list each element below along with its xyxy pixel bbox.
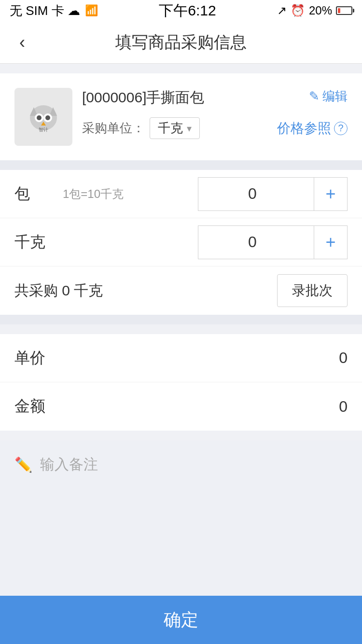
edit-btn[interactable]: ✎ 编辑 <box>309 88 348 105</box>
amount-value: 0 <box>339 398 348 416</box>
kg-number-input[interactable] <box>198 225 314 259</box>
confirm-button[interactable]: 确定 <box>0 596 362 644</box>
unit-dropdown[interactable]: 千克 ▾ <box>150 117 200 139</box>
amount-label: 金额 <box>14 396 45 417</box>
sim-label: 无 SIM 卡 ☁ <box>10 2 80 19</box>
summary-row: 共采购 0 千克 录批次 <box>0 266 362 315</box>
status-bar: 无 SIM 卡 ☁ 📶 下午6:12 ↗ ⏰ 20% <box>0 0 362 21</box>
svg-point-6 <box>45 115 50 120</box>
summary-unit: 千克 <box>74 282 103 298</box>
nav-bar: ‹ 填写商品采购信息 <box>0 21 362 64</box>
battery-percent: 20% <box>309 4 332 17</box>
notes-placeholder-text: 输入备注 <box>40 455 98 475</box>
amount-row: 金额 0 <box>0 382 362 431</box>
status-right: ↗ ⏰ 20% <box>277 4 352 17</box>
unit-value: 千克 <box>158 120 183 137</box>
kg-label: 千克 <box>14 232 53 253</box>
divider-2 <box>0 315 362 324</box>
help-icon[interactable]: ? <box>334 122 348 135</box>
unit-price-value: 0 <box>339 349 348 367</box>
divider-1 <box>0 160 362 170</box>
kg-input-row: 千克 + <box>0 218 362 266</box>
product-name: [0000006]手撕面包 <box>82 88 348 108</box>
summary-amount: 0 <box>62 282 70 298</box>
status-time: 下午6:12 <box>159 1 216 21</box>
price-section: 单价 0 金额 0 <box>0 334 362 431</box>
notes-section[interactable]: ✏️ 输入备注 <box>0 440 362 489</box>
alarm-icon: ⏰ <box>291 4 305 17</box>
bag-plus-button[interactable]: + <box>314 177 348 211</box>
dropdown-arrow-icon: ▾ <box>187 123 192 134</box>
edit-label: 编辑 <box>322 88 348 105</box>
back-button[interactable]: ‹ <box>14 28 30 57</box>
price-ref-btn[interactable]: 价格参照 ? <box>277 119 348 138</box>
summary-text: 共采购 0 千克 <box>14 281 103 301</box>
unit-label-text: 采购单位： <box>82 120 145 137</box>
product-logo: 智计 <box>24 98 63 136</box>
bag-input-wrap: + <box>198 177 348 211</box>
bag-input-row: 包 1包=10千克 + <box>0 170 362 218</box>
unit-selector: 采购单位： 千克 ▾ <box>82 117 200 139</box>
battery-icon <box>336 6 352 15</box>
price-ref-label: 价格参照 <box>277 119 331 138</box>
bag-sublabel: 1包=10千克 <box>63 186 124 202</box>
svg-point-5 <box>37 115 42 120</box>
unit-price-label: 单价 <box>14 348 45 369</box>
page-title: 填写商品采购信息 <box>115 31 247 54</box>
kg-plus-button[interactable]: + <box>314 225 348 259</box>
product-card: 智计 [0000006]手撕面包 采购单位： 千克 ▾ 价格参照 ? ✎ 编辑 <box>0 73 362 160</box>
product-meta: 采购单位： 千克 ▾ 价格参照 ? <box>82 117 348 139</box>
svg-text:智计: 智计 <box>39 127 48 132</box>
owl-svg: 智计 <box>24 98 63 136</box>
batch-button[interactable]: 录批次 <box>277 274 348 307</box>
wifi-icon: 📶 <box>85 4 98 17</box>
bag-number-input[interactable] <box>198 177 314 211</box>
pencil-icon: ✏️ <box>14 456 32 473</box>
bag-label: 包 <box>14 183 53 205</box>
location-icon: ↗ <box>277 4 287 17</box>
product-info: [0000006]手撕面包 采购单位： 千克 ▾ 价格参照 ? <box>82 88 348 139</box>
unit-price-row: 单价 0 <box>0 334 362 382</box>
status-left: 无 SIM 卡 ☁ 📶 <box>10 2 98 19</box>
product-image: 智计 <box>14 88 72 146</box>
input-section: 包 1包=10千克 + 千克 + <box>0 170 362 266</box>
summary-prefix: 共采购 <box>14 282 58 298</box>
kg-input-wrap: + <box>198 225 348 259</box>
edit-icon: ✎ <box>309 89 320 104</box>
